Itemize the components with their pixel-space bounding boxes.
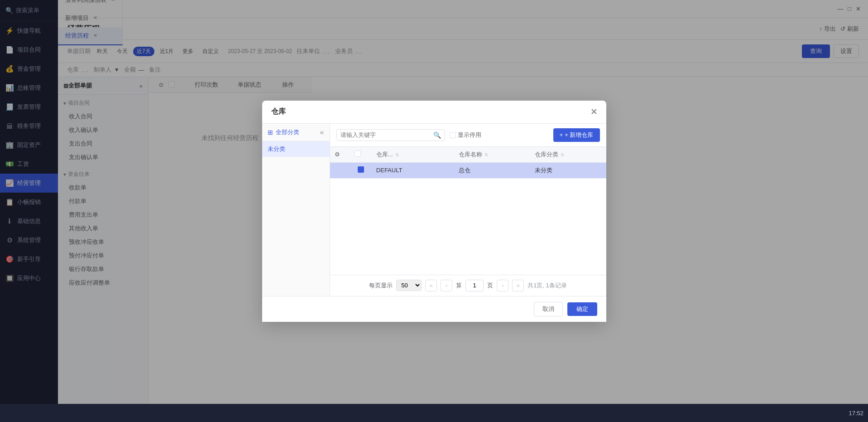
show-disabled-label: 显示停用 bbox=[458, 131, 481, 139]
pg-page-input[interactable] bbox=[465, 280, 484, 291]
pg-next-btn[interactable]: › bbox=[497, 280, 508, 291]
cancel-btn[interactable]: 取消 bbox=[534, 302, 563, 316]
row-name: 总仓 bbox=[454, 162, 530, 178]
warehouse-table-head: ⚙ 仓库... ⇅ 仓库名称 ⇅ bbox=[330, 147, 606, 163]
sort-name-icon: ⇅ bbox=[484, 152, 488, 157]
dialog-body: ⊞ 全部分类 « 未分类 🔍 显示停用 bbox=[262, 124, 606, 296]
sort-cat-icon: ⇅ bbox=[561, 152, 564, 157]
table-row[interactable]: DEFAULT 总仓 未分类 bbox=[330, 162, 606, 178]
dialog-title: 仓库 bbox=[271, 107, 286, 116]
cat-item-unclassified[interactable]: 未分类 bbox=[262, 141, 330, 157]
plus-icon: + bbox=[560, 131, 563, 138]
search-icon: 🔍 bbox=[433, 131, 441, 139]
th-gear[interactable]: ⚙ bbox=[330, 147, 350, 163]
cat-items-list: 未分类 bbox=[262, 141, 330, 296]
table-toolbar: 🔍 显示停用 + + 新增仓库 bbox=[330, 124, 606, 147]
confirm-btn[interactable]: 确定 bbox=[567, 302, 597, 316]
dialog-close-btn[interactable]: ✕ bbox=[590, 107, 597, 117]
add-warehouse-btn[interactable]: + + 新增仓库 bbox=[553, 128, 600, 142]
th-name[interactable]: 仓库名称 ⇅ bbox=[454, 147, 530, 163]
cat-all-label: 全部分类 bbox=[276, 128, 299, 136]
warehouse-table-body: DEFAULT 总仓 未分类 bbox=[330, 162, 606, 178]
pg-size-select[interactable]: 50 20 100 bbox=[396, 280, 422, 291]
pg-size-label: 每页显示 bbox=[369, 281, 393, 290]
warehouse-table-scroll: ⚙ 仓库... ⇅ 仓库名称 ⇅ bbox=[330, 147, 606, 275]
taskbar-right: 17:52 bbox=[849, 410, 863, 417]
pg-page-label: 算 bbox=[456, 281, 462, 290]
dialog-footer: 取消 确定 bbox=[262, 296, 606, 322]
row-code: DEFAULT bbox=[372, 162, 454, 178]
warehouse-pagination: 每页显示 50 20 100 « ‹ 算 页 › » 共1页, 1条记录 bbox=[330, 275, 606, 296]
pg-last-btn[interactable]: » bbox=[512, 280, 524, 291]
cat-collapse-btn[interactable]: « bbox=[320, 128, 324, 136]
pg-page-unit: 页 bbox=[487, 281, 493, 290]
row-category: 未分类 bbox=[530, 162, 606, 178]
search-wrap: 🔍 bbox=[336, 129, 445, 141]
row-gear bbox=[330, 162, 350, 178]
select-all-cb[interactable] bbox=[355, 150, 361, 157]
warehouse-table: ⚙ 仓库... ⇅ 仓库名称 ⇅ bbox=[330, 147, 606, 179]
th-category[interactable]: 仓库分类 ⇅ bbox=[530, 147, 606, 163]
search-input[interactable] bbox=[340, 131, 431, 138]
modal-overlay: 仓库 ✕ ⊞ 全部分类 « 未分类 bbox=[0, 0, 868, 422]
cat-panel: ⊞ 全部分类 « 未分类 bbox=[262, 124, 330, 296]
warehouse-dialog: 仓库 ✕ ⊞ 全部分类 « 未分类 bbox=[262, 101, 606, 322]
show-disabled-checkbox[interactable] bbox=[450, 132, 456, 138]
pg-prev-btn[interactable]: ‹ bbox=[441, 280, 452, 291]
sort-code-icon: ⇅ bbox=[395, 152, 399, 157]
dialog-header: 仓库 ✕ bbox=[262, 101, 606, 124]
pg-total: 共1页, 1条记录 bbox=[528, 281, 567, 290]
cat-all-title[interactable]: ⊞ 全部分类 « bbox=[262, 124, 330, 141]
th-checkbox[interactable] bbox=[350, 147, 372, 163]
pg-first-btn[interactable]: « bbox=[425, 280, 437, 291]
taskbar: 17:52 bbox=[0, 404, 868, 422]
grid-icon: ⊞ bbox=[268, 129, 273, 136]
th-code[interactable]: 仓库... ⇅ bbox=[372, 147, 454, 163]
table-panel: 🔍 显示停用 + + 新增仓库 bbox=[330, 124, 606, 296]
row-cb[interactable] bbox=[358, 166, 364, 173]
row-checkbox[interactable] bbox=[350, 162, 372, 178]
show-disabled-wrap[interactable]: 显示停用 bbox=[450, 131, 481, 139]
taskbar-clock: 17:52 bbox=[849, 410, 863, 417]
